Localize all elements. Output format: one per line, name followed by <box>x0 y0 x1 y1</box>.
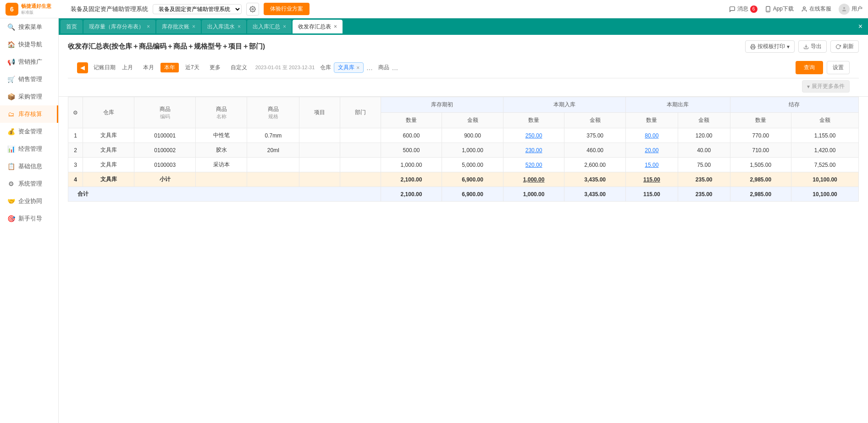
in-qty-link[interactable]: 230.00 <box>525 147 542 154</box>
row-name: 采访本 <box>195 158 247 172</box>
in-qty-link[interactable]: 520.00 <box>525 162 542 168</box>
tab-close-batch[interactable]: × <box>192 24 195 29</box>
row-out-amt: 75.00 <box>678 158 730 172</box>
sidebar-item-system[interactable]: ⚙ 系统管理 <box>0 175 58 192</box>
export-btn[interactable]: 导出 <box>798 40 827 53</box>
system-selector[interactable]: 装备及固定资产辅助管理系统 <box>153 4 242 14</box>
refresh-btn[interactable]: 刷新 <box>830 40 859 53</box>
tab-close-collection[interactable]: × <box>334 24 337 29</box>
tab-close-inventory-dist[interactable]: × <box>147 24 150 29</box>
row-open-amt: 900.00 <box>442 128 503 143</box>
row-name <box>195 172 247 187</box>
total-in-qty: 1,000.00 <box>503 187 564 202</box>
out-qty-link[interactable]: 80.00 <box>645 132 658 139</box>
col-out-qty-header: 数量 <box>625 113 678 128</box>
sidebar-item-purchase[interactable]: 📦 采购管理 <box>0 88 58 105</box>
row-out-qty[interactable]: 80.00 <box>625 128 678 143</box>
col-in-amt-header: 金额 <box>564 113 626 128</box>
warehouse-filter-group: 仓库 文具库 × ... <box>320 62 372 73</box>
row-out-qty: 115.00 <box>625 172 678 187</box>
row-end-qty: 2,985.00 <box>730 172 791 187</box>
filter-toggle-btn[interactable]: ◀ <box>77 62 88 73</box>
cooperation-icon: 🤝 <box>7 198 15 205</box>
online-service-btn[interactable]: 在线客服 <box>801 5 831 13</box>
row-spec <box>247 158 299 172</box>
main-area: 🔍 搜索菜单 🏠 快捷导航 📢 营销推广 🛒 销售管理 📦 采购管理 🗂 <box>0 18 868 423</box>
out-qty-link[interactable]: 20.00 <box>645 147 658 154</box>
row-in-qty[interactable]: 250.00 <box>503 128 564 143</box>
row-open-amt: 6,900.00 <box>442 172 503 187</box>
col-warehouse-header: 仓库 <box>83 97 134 128</box>
date-filter-group: 记账日期 上月 本月 本年 近7天 更多 自定义 2023-01-01 至 20… <box>94 63 315 72</box>
sidebar-item-search[interactable]: 🔍 搜索菜单 <box>0 18 58 36</box>
close-tab-btn[interactable]: × <box>855 22 866 31</box>
warehouse-tag-close[interactable]: × <box>356 65 359 71</box>
row-out-qty[interactable]: 20.00 <box>625 143 678 158</box>
row-out-qty[interactable]: 15.00 <box>625 158 678 172</box>
in-qty-link[interactable]: 250.00 <box>525 132 542 139</box>
experience-btn[interactable]: 体验行业方案 <box>264 3 310 15</box>
sidebar-item-guide[interactable]: 🎯 新手引导 <box>0 210 58 227</box>
sidebar-item-basicinfo[interactable]: 📋 基础信息 <box>0 158 58 175</box>
tab-collection[interactable]: 收发存汇总表 × <box>293 20 343 33</box>
col-end-qty-header: 数量 <box>730 113 791 128</box>
top-right-actions: 消息 6 App下载 在线客服 用户 <box>729 4 862 15</box>
settings-icon-btn[interactable] <box>246 3 259 16</box>
expand-more-btn[interactable]: ▾ 展开更多条件 <box>802 80 850 93</box>
table-container[interactable]: ⚙ 仓库 商品编码 商品名称 商品规格 项目 部门 库存期初 本期入库 本期出库… <box>59 97 868 423</box>
guide-icon: 🎯 <box>7 215 15 222</box>
col-out-header: 本期出库 <box>625 97 730 113</box>
tab-home[interactable]: 首页 <box>61 20 83 33</box>
col-open-amt-header: 金额 <box>442 113 503 128</box>
warehouse-filter-tag[interactable]: 文具库 × <box>334 62 364 73</box>
date-this-month[interactable]: 本月 <box>139 63 158 72</box>
user-avatar[interactable]: 用户 <box>839 4 862 15</box>
sidebar-item-marketing[interactable]: 📢 营销推广 <box>0 53 58 71</box>
col-settings-header[interactable]: ⚙ <box>68 97 83 128</box>
total-end-qty: 2,985.00 <box>730 187 791 202</box>
app-download-btn[interactable]: App下载 <box>765 5 794 13</box>
sidebar-item-sales[interactable]: 🛒 销售管理 <box>0 71 58 88</box>
sidebar-item-finance[interactable]: 💰 资金管理 <box>0 123 58 140</box>
row-spec: 0.7mm <box>247 128 299 143</box>
app-container: 6 畅捷通好生意 标准版 装备及固定资产辅助管理系统 装备及固定资产辅助管理系统… <box>0 0 868 423</box>
sidebar-item-inventory[interactable]: 🗂 库存核算 <box>0 105 58 123</box>
col-project-header: 项目 <box>299 97 340 128</box>
out-qty-link[interactable]: 15.00 <box>645 162 658 168</box>
tab-batch[interactable]: 库存批次账 × <box>156 20 201 33</box>
row-code: 小计 <box>134 172 196 187</box>
col-out-amt-header: 金额 <box>678 113 730 128</box>
row-in-qty[interactable]: 230.00 <box>503 143 564 158</box>
messages-badge: 6 <box>750 5 757 13</box>
date-last-7-days[interactable]: 近7天 <box>182 63 203 72</box>
date-last-month[interactable]: 上月 <box>118 63 137 72</box>
messages-btn[interactable]: 消息 6 <box>729 5 757 13</box>
table-footer: 合计 2,100.00 6,900.00 1,000.00 3,435.00 1… <box>68 187 859 202</box>
warehouse-more-btn[interactable]: ... <box>366 64 372 71</box>
row-in-qty[interactable]: 520.00 <box>503 158 564 172</box>
print-btn[interactable]: 按模板打印 ▾ <box>745 40 795 53</box>
sidebar-item-quicknav[interactable]: 🏠 快捷导航 <box>0 36 58 53</box>
tab-inventory-dist[interactable]: 现存量（库存分布表） × <box>83 20 155 33</box>
row-open-amt: 5,000.00 <box>442 158 503 172</box>
tab-close-summary[interactable]: × <box>283 24 286 29</box>
table-row: 1 文具库 0100001 中性笔 0.7mm 600.00 900.00 25… <box>68 128 859 143</box>
home-icon: 🏠 <box>7 41 15 48</box>
svg-rect-5 <box>752 47 754 49</box>
sidebar-item-cooperation[interactable]: 🤝 企业协同 <box>0 192 58 210</box>
tab-summary[interactable]: 出入库汇总 × <box>247 20 292 33</box>
col-end-amt-header: 金额 <box>791 113 859 128</box>
sidebar-item-operations[interactable]: 📊 经营管理 <box>0 140 58 158</box>
tab-flow[interactable]: 出入库流水 × <box>202 20 246 33</box>
goods-more-btn[interactable]: ... <box>392 64 398 71</box>
row-end-qty: 1,505.00 <box>730 158 791 172</box>
date-more[interactable]: 更多 <box>206 63 224 72</box>
tab-close-flow[interactable]: × <box>238 24 241 29</box>
date-this-year[interactable]: 本年 <box>160 63 179 72</box>
filter-settings-btn[interactable]: 设置 <box>827 61 850 74</box>
date-custom[interactable]: 自定义 <box>227 63 251 72</box>
row-dept <box>340 128 381 143</box>
query-btn[interactable]: 查询 <box>796 61 823 74</box>
system-icon: ⚙ <box>7 180 15 187</box>
total-open-amt: 6,900.00 <box>442 187 503 202</box>
